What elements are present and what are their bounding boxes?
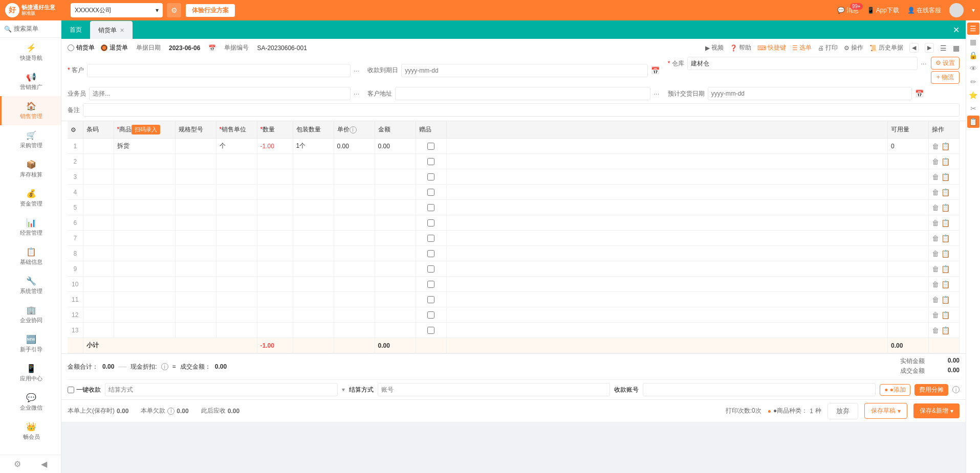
add-button[interactable]: ● ●添加 (880, 384, 910, 396)
app-download-button[interactable]: 📱 App下载 (867, 6, 899, 15)
print-action[interactable]: 🖨 打印 (818, 43, 838, 52)
one-click-payment-input[interactable] (68, 387, 74, 393)
row-6-delete-icon[interactable]: 🗑 (932, 219, 939, 227)
return-order-radio-input[interactable] (101, 44, 107, 51)
settlement-dropdown-icon[interactable]: ▾ (342, 386, 345, 393)
settings-button[interactable]: ⚙ 设置 (931, 57, 960, 70)
row-8-copy-icon[interactable]: 📋 (941, 250, 950, 258)
expected-delivery-field[interactable] (708, 87, 912, 100)
notes-input[interactable] (83, 103, 960, 117)
right-panel-icon-lock[interactable]: 🔒 (967, 49, 979, 61)
sidebar-item-inventory[interactable]: 📦 库存核算 (0, 154, 61, 184)
sidebar-settings-icon[interactable]: ⚙ (14, 459, 21, 469)
sidebar-item-app-center[interactable]: 📱 应用中心 (0, 358, 61, 388)
warehouse-input[interactable] (687, 57, 918, 70)
customer-dots-icon[interactable]: ··· (354, 66, 360, 75)
grid-view-icon[interactable]: ▦ (953, 44, 960, 52)
fee-split-button[interactable]: 费用分摊 (914, 384, 948, 396)
row-3-gift-checkbox[interactable] (427, 173, 434, 181)
cash-discount-info-icon[interactable]: i (161, 363, 168, 370)
row-4-gift-checkbox[interactable] (427, 189, 434, 196)
row-10-delete-icon[interactable]: 🗑 (932, 280, 939, 288)
row-2-gift-checkbox[interactable] (427, 158, 434, 165)
right-panel-icon-eye[interactable]: 👁 (967, 62, 979, 75)
right-panel-icon-cut[interactable]: ✂ (967, 102, 979, 115)
shortcut-action[interactable]: ⌨ 快捷键 (757, 43, 786, 52)
row-1-delete-icon[interactable]: 🗑 (932, 142, 939, 150)
customer-input[interactable] (87, 64, 351, 77)
sidebar-item-sales[interactable]: 🏠 销售管理 (0, 96, 61, 125)
one-click-payment-checkbox[interactable]: 一键收款 (68, 386, 101, 394)
expected-delivery-input[interactable] (711, 90, 908, 97)
nav-prev-button[interactable]: ◀ (909, 43, 919, 53)
row-4-copy-icon[interactable]: 📋 (941, 188, 950, 196)
col-settings[interactable]: ⚙ (68, 121, 83, 139)
row-13-copy-icon[interactable]: 📋 (941, 326, 950, 334)
row-1-copy-icon[interactable]: 📋 (941, 142, 950, 150)
sidebar-item-weixin[interactable]: 💬 企业微信 (0, 388, 61, 417)
row-7-copy-icon[interactable]: 📋 (941, 234, 950, 242)
select-action[interactable]: ☰ 选单 (792, 43, 812, 52)
return-order-radio[interactable]: 退货单 (101, 43, 128, 52)
tab-bar-close-icon[interactable]: ✕ (947, 25, 966, 35)
sales-order-radio-input[interactable] (68, 44, 74, 51)
sidebar-item-basic-info[interactable]: 📋 基础信息 (0, 242, 61, 271)
row-1-gift-checkbox[interactable] (427, 143, 434, 150)
row-1-pkg-qty[interactable]: 1个 (293, 139, 334, 154)
sidebar-item-operations[interactable]: 📊 经营管理 (0, 213, 61, 242)
row-8-delete-icon[interactable]: 🗑 (932, 250, 939, 258)
user-avatar[interactable] (949, 3, 964, 17)
list-view-icon[interactable]: ☰ (940, 44, 947, 52)
sidebar-item-new-guide[interactable]: 🆕 新手引导 (0, 329, 61, 358)
video-action[interactable]: ▶ 视频 (705, 43, 724, 52)
row-1-spec[interactable] (175, 139, 216, 154)
row-1-amount[interactable]: 0.00 (375, 139, 416, 154)
scan-button[interactable]: 扫码录入 (132, 125, 160, 134)
operation-action[interactable]: ⚙ 操作 (844, 43, 863, 52)
row-11-delete-icon[interactable]: 🗑 (932, 296, 939, 304)
unit-price-info-icon[interactable]: i (350, 126, 357, 133)
tab-sales-order[interactable]: 销货单 ✕ (90, 21, 133, 39)
row-7-delete-icon[interactable]: 🗑 (932, 234, 939, 242)
right-panel-icon-orange[interactable]: 📋 (967, 116, 979, 128)
tab-home[interactable]: 首页 (61, 20, 90, 39)
row-1-gift[interactable] (416, 139, 446, 154)
right-panel-icon-edit[interactable]: ✏ (967, 76, 979, 88)
discard-button[interactable]: 放弃 (827, 403, 858, 419)
right-panel-icon-grid[interactable]: ▦ (967, 36, 979, 48)
sidebar-item-purchase[interactable]: 🛒 采购管理 (0, 125, 61, 154)
save-draft-dropdown-icon[interactable]: ▾ (898, 408, 901, 415)
row-10-copy-icon[interactable]: 📋 (941, 280, 950, 288)
customer-address-dots-icon[interactable]: ··· (654, 89, 660, 98)
right-panel-icon-list[interactable]: ☰ (967, 22, 979, 35)
row-3-copy-icon[interactable]: 📋 (941, 173, 950, 181)
save-draft-button[interactable]: 保存草稿 ▾ (864, 403, 907, 419)
sidebar-item-member[interactable]: 👑 畅会员 (0, 417, 61, 446)
settlement-method-input[interactable] (105, 383, 338, 396)
sidebar-item-system[interactable]: 🔧 系统管理 (0, 271, 61, 300)
row-13-delete-icon[interactable]: 🗑 (932, 326, 939, 334)
row-2-copy-icon[interactable]: 📋 (941, 157, 950, 166)
sidebar-item-enterprise[interactable]: 🏢 企业协同 (0, 300, 61, 329)
row-11-gift-checkbox[interactable] (427, 296, 434, 303)
row-2-delete-icon[interactable]: 🗑 (932, 157, 939, 166)
row-5-delete-icon[interactable]: 🗑 (932, 204, 939, 212)
receipt-date-input[interactable] (405, 67, 644, 74)
row-1-barcode[interactable] (83, 139, 114, 154)
row-1-qty[interactable]: -1.00 (257, 139, 293, 154)
trial-button[interactable]: 体验行业方案 (185, 4, 235, 17)
row-5-gift-checkbox[interactable] (427, 204, 434, 211)
row-13-gift-checkbox[interactable] (427, 327, 434, 334)
help-action[interactable]: ❓ 帮助 (730, 43, 751, 52)
row-9-copy-icon[interactable]: 📋 (941, 265, 950, 273)
company-selector[interactable]: XXXXXX公司 ▾ (71, 3, 163, 17)
row-12-gift-checkbox[interactable] (427, 311, 434, 319)
expected-delivery-calendar-icon[interactable]: 📅 (915, 89, 924, 98)
sidebar-search[interactable]: 🔍 搜索菜单 (0, 20, 61, 38)
row-6-gift-checkbox[interactable] (427, 219, 434, 227)
row-9-delete-icon[interactable]: 🗑 (932, 265, 939, 273)
amount-input[interactable] (643, 383, 876, 396)
row-5-copy-icon[interactable]: 📋 (941, 204, 950, 212)
sidebar-item-finance[interactable]: 💰 资金管理 (0, 184, 61, 213)
row-3-delete-icon[interactable]: 🗑 (932, 173, 939, 181)
